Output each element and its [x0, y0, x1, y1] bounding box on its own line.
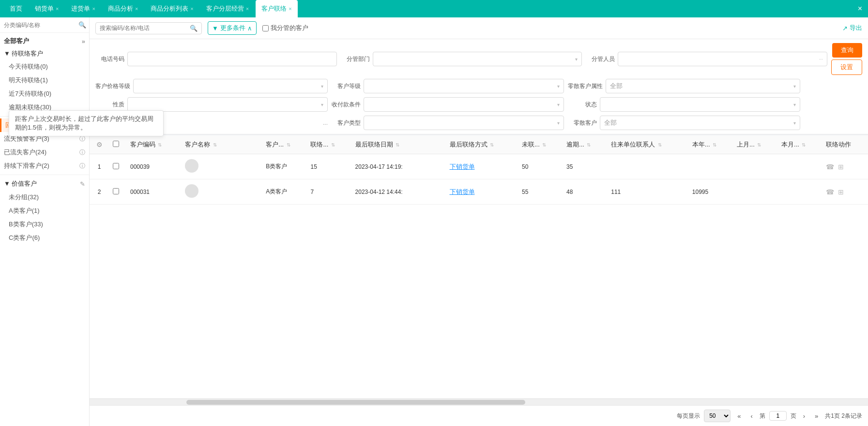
price-level-select[interactable]: ▾ [133, 79, 328, 93]
more-filters-link[interactable]: ... [323, 119, 328, 126]
close-purchase-icon[interactable]: × [92, 6, 95, 12]
contact-method-link-2[interactable]: 下销货单 [450, 188, 475, 195]
row-checkbox-2[interactable] [113, 188, 119, 194]
next-page-button[interactable]: › [800, 411, 808, 421]
th-this-month[interactable]: 本月... ⇅ [777, 135, 822, 154]
sidebar-item-b-class[interactable]: B类客户(33) [0, 218, 89, 231]
nature-select[interactable]: ▾ [127, 97, 328, 112]
sidebar-item-lost[interactable]: 已流失客户(24) ⓘ [0, 146, 89, 159]
value-customers-section[interactable]: ▼ 价值客户 ✎ [0, 177, 89, 191]
nav-tab-analysis[interactable]: 商品分析 × [102, 0, 144, 17]
my-customers-check[interactable] [262, 25, 269, 31]
horizontal-scrollbar[interactable] [90, 398, 868, 405]
sort-date-icon: ⇅ [396, 142, 399, 147]
first-page-button[interactable]: « [734, 411, 744, 421]
th-unit-contacts[interactable]: 往来单位联系人 ⇅ [607, 135, 688, 154]
nav-tab-analysis-list[interactable]: 商品分析列表 × [145, 0, 199, 17]
sidebar: 🔍 全部客户 » ▼ 待联络客户 今天待联络(0) 明天待联络(1) 近7天待联… [0, 17, 90, 426]
export-button[interactable]: ↗ 导出 [842, 24, 862, 32]
scatter-customer-select[interactable]: 全部 ▾ [600, 116, 800, 130]
th-customer-type[interactable]: 客户... ⇅ [262, 135, 306, 154]
filter-price-level: 客户价格等级 ▾ [95, 79, 328, 93]
page-label: 第 [760, 412, 765, 420]
cell-checkbox-1 [109, 154, 126, 179]
th-this-year[interactable]: 本年... ⇅ [688, 135, 733, 154]
cell-uncontacted-2: 55 [518, 179, 563, 205]
more-conditions-button[interactable]: ▼ 更多条件 ∧ [208, 21, 257, 35]
sidebar-item-c-class[interactable]: C类客户(6) [0, 231, 89, 245]
value-edit-icon[interactable]: ✎ [80, 180, 85, 188]
close-customer-contact-icon[interactable]: × [289, 6, 291, 12]
cell-code-2: 000031 [126, 179, 181, 205]
nav-tab-customer-segment[interactable]: 客户分层经营 × [200, 0, 255, 17]
th-overdue[interactable]: 逾期... ⇅ [563, 135, 607, 154]
close-sales-icon[interactable]: × [56, 6, 59, 12]
status-arrow: ▾ [793, 102, 796, 107]
th-customer-code[interactable]: 客户编码 ⇅ [126, 135, 181, 154]
nav-tab-customer-contact[interactable]: 客户联络 × [256, 0, 297, 17]
nav-tab-sales[interactable]: 销货单 × [29, 0, 64, 17]
payment-select[interactable]: ▾ [364, 97, 564, 112]
filter-icon: ▼ [212, 25, 218, 32]
customer-level-select[interactable]: ▾ [364, 79, 564, 93]
person-select[interactable]: ··· [618, 52, 827, 66]
sort-name-icon: ⇅ [213, 142, 217, 147]
sort-tmonth-icon: ⇅ [802, 142, 806, 147]
sidebar-item-ungroup[interactable]: 未分组(32) [0, 191, 89, 204]
filter-row-4: ... 客户类型 ▾ 零散客户 全部 ▾ [95, 116, 862, 130]
main-search-input[interactable] [100, 25, 187, 31]
sort-code-icon: ⇅ [158, 142, 162, 147]
dept-select[interactable]: ▾ [373, 52, 582, 66]
last-page-button[interactable]: » [812, 411, 821, 421]
th-last-month[interactable]: 上月... ⇅ [733, 135, 777, 154]
setting-button[interactable]: 设置 [831, 59, 862, 75]
my-customers-checkbox[interactable]: 我分管的客户 [262, 24, 308, 32]
contact-method-link-1[interactable]: 下销货单 [450, 163, 475, 170]
close-customer-segment-icon[interactable]: × [246, 6, 249, 12]
th-uncontacted[interactable]: 未联... ⇅ [518, 135, 563, 154]
prev-page-button[interactable]: ‹ [747, 411, 755, 421]
window-close-button[interactable]: × [858, 4, 862, 13]
grid-action-icon-2[interactable]: ⊞ [838, 188, 844, 196]
page-number-input[interactable] [769, 411, 787, 421]
h-scroll-thumb[interactable] [186, 400, 525, 405]
pending-contact-group[interactable]: ▼ 待联络客户 [0, 47, 89, 60]
phone-input[interactable] [127, 52, 337, 66]
select-all-checkbox[interactable] [113, 141, 119, 147]
customer-level-label: 客户等级 [332, 82, 361, 90]
phone-action-icon-2[interactable]: ☎ [826, 188, 834, 196]
sidebar-item-today[interactable]: 今天待联络(0) [0, 60, 89, 73]
scatter-attr-select[interactable]: 全部 ▾ [606, 79, 800, 93]
sidebar-search-input[interactable] [4, 22, 76, 29]
sidebar-item-7days[interactable]: 近7天待联络(0) [0, 87, 89, 101]
th-customer-name[interactable]: 客户名称 ⇅ [181, 135, 262, 154]
status-select[interactable]: ▾ [600, 97, 800, 112]
sidebar-search-icon[interactable]: 🔍 [78, 21, 86, 29]
phone-action-icon-1[interactable]: ☎ [826, 163, 834, 171]
grid-action-icon-1[interactable]: ⊞ [838, 163, 844, 171]
sidebar-item-tomorrow[interactable]: 明天待联络(1) [0, 73, 89, 87]
per-page-select[interactable]: 50 100 200 [704, 410, 731, 422]
th-last-contact-date[interactable]: 最后联络日期 ⇅ [351, 135, 446, 154]
filter-row-1: 电话号码 分管部门 ▾ 分管人员 ··· [95, 43, 862, 75]
th-checkbox [109, 135, 126, 154]
nav-tab-home[interactable]: 首页 [4, 0, 28, 17]
sidebar-item-a-class[interactable]: A类客户(1) [0, 204, 89, 218]
th-contact-count[interactable]: 联络... ⇅ [306, 135, 351, 154]
status-label: 状态 [568, 101, 597, 109]
nav-tab-purchase[interactable]: 进货单 × [65, 0, 101, 17]
customer-type-select[interactable]: ▾ [364, 116, 564, 130]
cell-actions-2: ☎ ⊞ [822, 179, 868, 205]
row-checkbox-1[interactable] [113, 163, 119, 169]
cell-actions-1: ☎ ⊞ [822, 154, 868, 179]
close-analysis-list-icon[interactable]: × [190, 6, 193, 12]
collapse-sidebar-icon[interactable]: » [82, 38, 85, 45]
main-search-icon[interactable]: 🔍 [190, 25, 198, 32]
query-button[interactable]: 查询 [832, 43, 862, 58]
th-last-contact-method[interactable]: 最后联络方式 ⇅ [446, 135, 518, 154]
gear-icon[interactable]: ⚙ [96, 141, 103, 148]
sidebar-item-continuous[interactable]: 持续下滑客户(2) ⓘ [0, 159, 89, 173]
table-header-row: ⚙ 客户编码 ⇅ 客户名称 ⇅ [90, 135, 868, 154]
dept-arrow-icon: ▾ [575, 57, 578, 62]
close-analysis-icon[interactable]: × [135, 6, 138, 12]
